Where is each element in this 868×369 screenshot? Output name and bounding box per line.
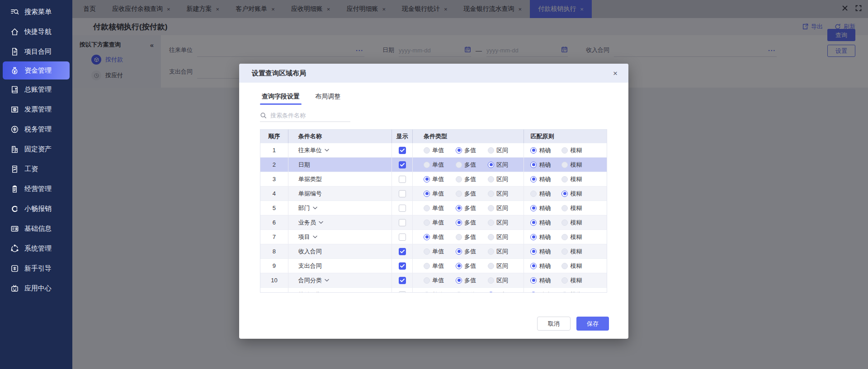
radio-type-区间[interactable]: 区间 [488, 291, 508, 293]
show-checkbox[interactable] [399, 291, 406, 293]
radio-dot[interactable] [488, 220, 494, 226]
radio-dot[interactable] [456, 176, 462, 182]
radio-type-多值[interactable]: 多值 [456, 291, 476, 293]
radio-dot[interactable] [424, 248, 430, 255]
radio-dot[interactable] [488, 292, 494, 293]
sidebar-item-固定资产[interactable]: 固定资产 [0, 139, 72, 159]
radio-dot[interactable] [561, 263, 568, 269]
radio-match-模糊[interactable]: 模糊 [561, 146, 582, 154]
radio-dot[interactable] [530, 205, 537, 211]
table-row[interactable]: 4单据编号单值多值区间精确模糊 [260, 187, 607, 201]
radio-type-多值[interactable]: 多值 [456, 161, 476, 169]
radio-match-模糊[interactable]: 模糊 [561, 219, 582, 227]
modal-close-icon[interactable]: × [613, 70, 618, 77]
radio-type-单值[interactable]: 单值 [424, 276, 444, 285]
radio-dot[interactable] [488, 234, 494, 240]
chevron-down-icon[interactable] [319, 221, 323, 224]
radio-dot[interactable] [424, 162, 430, 168]
condition-search[interactable] [260, 112, 350, 122]
radio-type-多值[interactable]: 多值 [456, 146, 476, 154]
radio-type-多值[interactable]: 多值 [456, 190, 476, 198]
show-checkbox[interactable] [399, 205, 406, 212]
radio-match-模糊[interactable]: 模糊 [561, 204, 582, 212]
chevron-down-icon[interactable] [313, 235, 317, 238]
radio-type-多值[interactable]: 多值 [456, 276, 476, 285]
radio-type-单值[interactable]: 单值 [424, 146, 444, 154]
radio-type-多值[interactable]: 多值 [456, 175, 476, 183]
radio-dot[interactable] [488, 248, 494, 255]
sidebar-item-快捷导航[interactable]: 快捷导航 [0, 22, 72, 42]
table-row[interactable]: 9支出合同单值多值区间精确模糊 [260, 259, 607, 273]
table-row[interactable]: 10合同分类单值多值区间精确模糊 [260, 273, 607, 288]
radio-type-单值[interactable]: 单值 [424, 233, 444, 241]
sidebar-item-发票管理[interactable]: 发票管理 [0, 99, 72, 119]
table-row[interactable]: 2日期单值多值区间精确模糊 [260, 158, 607, 172]
show-checkbox[interactable] [399, 190, 406, 197]
modal-tab-查询字段设置[interactable]: 查询字段设置 [262, 93, 300, 105]
radio-type-单值[interactable]: 单值 [424, 190, 444, 198]
radio-dot[interactable] [530, 263, 537, 269]
sidebar-item-基础信息[interactable]: 基础信息 [0, 219, 72, 238]
radio-match-模糊[interactable]: 模糊 [561, 161, 582, 169]
radio-match-精确[interactable]: 精确 [530, 233, 551, 241]
radio-dot[interactable] [561, 191, 568, 197]
table-row[interactable]: 8收入合同单值多值区间精确模糊 [260, 244, 607, 259]
radio-dot[interactable] [488, 205, 494, 211]
sidebar-item-税务管理[interactable]: 税务管理 [0, 119, 72, 139]
radio-dot[interactable] [561, 205, 568, 211]
radio-dot[interactable] [424, 234, 430, 240]
radio-type-区间[interactable]: 区间 [488, 248, 508, 256]
chevron-down-icon[interactable] [313, 206, 317, 210]
radio-type-区间[interactable]: 区间 [488, 204, 508, 212]
sidebar-item-总账管理[interactable]: 总账管理 [0, 79, 72, 99]
radio-match-模糊[interactable]: 模糊 [561, 262, 582, 270]
radio-dot[interactable] [424, 292, 430, 293]
radio-dot[interactable] [424, 277, 430, 284]
radio-match-精确[interactable]: 精确 [530, 219, 551, 227]
radio-type-单值[interactable]: 单值 [424, 219, 444, 227]
radio-dot[interactable] [488, 277, 494, 284]
radio-dot[interactable] [561, 147, 568, 154]
radio-dot[interactable] [530, 277, 537, 284]
radio-dot[interactable] [424, 263, 430, 269]
radio-dot[interactable] [456, 191, 462, 197]
radio-dot[interactable] [561, 234, 568, 240]
radio-dot[interactable] [424, 147, 430, 154]
radio-match-模糊[interactable]: 模糊 [561, 248, 582, 256]
radio-match-精确[interactable]: 精确 [530, 161, 551, 169]
radio-match-精确[interactable]: 精确 [530, 204, 551, 212]
table-row[interactable]: 5部门单值多值区间精确模糊 [260, 201, 607, 215]
radio-dot[interactable] [424, 205, 430, 211]
radio-type-区间[interactable]: 区间 [488, 175, 508, 183]
sidebar-item-项目合同[interactable]: 项目合同 [0, 42, 72, 61]
table-row[interactable]: 1往来单位单值多值区间精确模糊 [260, 143, 607, 158]
radio-dot[interactable] [456, 248, 462, 255]
radio-dot[interactable] [488, 176, 494, 182]
radio-dot[interactable] [530, 220, 537, 226]
table-row[interactable]: 7项目单值多值区间精确模糊 [260, 230, 607, 244]
radio-match-精确[interactable]: 精确 [530, 175, 551, 183]
radio-type-单值[interactable]: 单值 [424, 204, 444, 212]
radio-dot[interactable] [456, 205, 462, 211]
radio-dot[interactable] [488, 147, 494, 154]
radio-dot[interactable] [456, 220, 462, 226]
radio-match-精确[interactable]: 精确 [530, 146, 551, 154]
show-checkbox[interactable] [399, 147, 406, 154]
radio-dot[interactable] [530, 147, 537, 154]
show-checkbox[interactable] [399, 161, 406, 168]
sidebar-item-搜索菜单[interactable]: 搜索菜单 [0, 2, 72, 22]
radio-match-精确[interactable]: 精确 [530, 190, 551, 198]
radio-dot[interactable] [456, 162, 462, 168]
radio-match-精确[interactable]: 精确 [530, 276, 551, 285]
show-checkbox[interactable] [399, 176, 406, 183]
radio-type-单值[interactable]: 单值 [424, 248, 444, 256]
radio-dot[interactable] [488, 263, 494, 269]
sidebar-item-小畅报销[interactable]: 小畅报销 [0, 199, 72, 219]
radio-dot[interactable] [488, 191, 494, 197]
radio-type-区间[interactable]: 区间 [488, 219, 508, 227]
save-button[interactable]: 保存 [576, 317, 609, 331]
chevron-down-icon[interactable] [325, 279, 329, 282]
radio-dot[interactable] [456, 147, 462, 154]
table-row[interactable]: 6业务员单值多值区间精确模糊 [260, 215, 607, 230]
radio-dot[interactable] [424, 220, 430, 226]
